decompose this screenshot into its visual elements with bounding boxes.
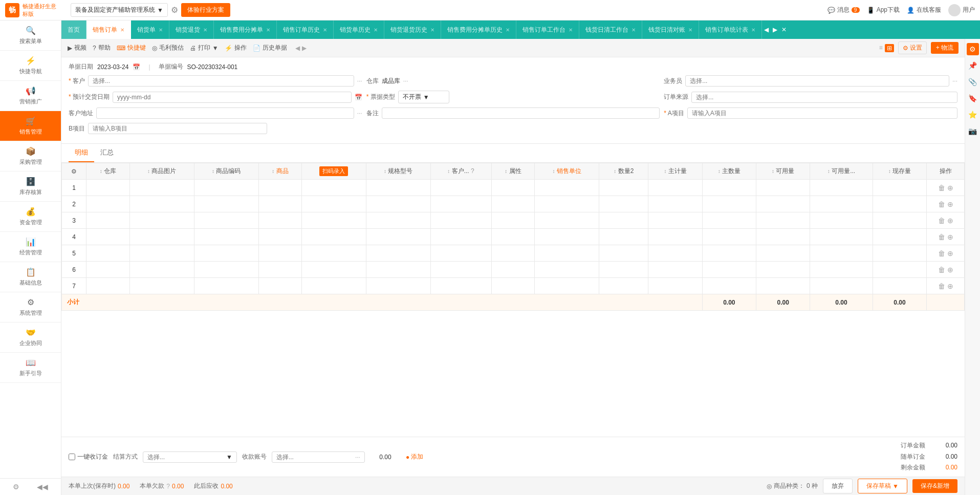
- row-available[interactable]: [756, 229, 810, 245]
- row-available[interactable]: [756, 196, 810, 212]
- row-main-qty[interactable]: [702, 229, 756, 245]
- row-warehouse[interactable]: [86, 278, 130, 294]
- list-view-icon[interactable]: ≡: [879, 44, 883, 52]
- row-unit[interactable]: [535, 278, 599, 294]
- customer-more-icon[interactable]: ···: [357, 77, 362, 84]
- row-main-unit[interactable]: [648, 245, 702, 262]
- row-warehouse[interactable]: [86, 180, 130, 196]
- row-current[interactable]: [873, 180, 926, 196]
- right-panel-star-icon[interactable]: ⭐: [967, 109, 979, 121]
- row-unit[interactable]: [535, 196, 599, 212]
- discard-button[interactable]: 放弃: [823, 479, 853, 493]
- nav-right-icon[interactable]: ▶: [302, 45, 307, 52]
- tab-stats[interactable]: 销售订单统计表 ✕: [699, 20, 762, 39]
- nav-left-icon[interactable]: ◀: [295, 45, 300, 52]
- row-spec[interactable]: [366, 180, 430, 196]
- col-info-icon[interactable]: ?: [471, 167, 474, 175]
- row-main-qty[interactable]: [702, 196, 756, 212]
- row-copy-icon[interactable]: ⊕: [947, 217, 953, 225]
- invoice-select[interactable]: 不开票 ▼: [398, 91, 449, 103]
- col-scan[interactable]: 扫码录入: [302, 163, 366, 180]
- online-service-button[interactable]: 👤 在线客服: [907, 6, 941, 14]
- row-attr[interactable]: [491, 278, 535, 294]
- row-delete-icon[interactable]: 🗑: [938, 266, 945, 274]
- row-customer-code[interactable]: [430, 278, 491, 294]
- row-delete-icon[interactable]: 🗑: [938, 233, 945, 241]
- row-main-qty[interactable]: [702, 278, 756, 294]
- row-customer-code[interactable]: [430, 196, 491, 212]
- right-panel-camera-icon[interactable]: 📷: [967, 125, 979, 137]
- account-select[interactable]: ···: [272, 451, 365, 463]
- row-qty2[interactable]: [599, 180, 648, 196]
- row-code[interactable]: [194, 245, 258, 262]
- row-main-unit[interactable]: [648, 262, 702, 278]
- tab-prev-button[interactable]: ◀: [762, 26, 771, 33]
- row-delete-icon[interactable]: 🗑: [938, 282, 945, 290]
- tab-order-workbench[interactable]: 销售订单工作台 ✕: [516, 20, 579, 39]
- tab-expense-history[interactable]: 销售费用分摊单历史 ✕: [441, 20, 516, 39]
- row-copy-icon[interactable]: ⊕: [947, 184, 953, 192]
- right-panel-attach-icon[interactable]: 📎: [967, 76, 979, 88]
- row-available[interactable]: [756, 278, 810, 294]
- gear-icon[interactable]: ⚙: [171, 5, 178, 15]
- tab-close-icon-7[interactable]: ✕: [430, 27, 434, 33]
- sidebar-item-purchase[interactable]: 📦 采购管理: [0, 141, 61, 171]
- scan-button[interactable]: 扫码录入: [319, 166, 348, 176]
- row-customer-code[interactable]: [430, 212, 491, 229]
- row-unit[interactable]: [535, 245, 599, 262]
- row-current[interactable]: [873, 229, 926, 245]
- row-current[interactable]: [873, 245, 926, 262]
- toolbar-print[interactable]: 🖨 打印 ▼: [190, 44, 219, 52]
- tab-home[interactable]: 首页: [61, 20, 86, 39]
- b-project-input[interactable]: [88, 123, 267, 134]
- sidebar-item-marketing[interactable]: 📢 营销推广: [0, 81, 61, 111]
- row-product[interactable]: [258, 262, 302, 278]
- row-current[interactable]: [873, 262, 926, 278]
- tab-close-icon-12[interactable]: ✕: [751, 27, 755, 33]
- toolbar-history[interactable]: 📄 历史单据: [253, 44, 287, 52]
- col-settings[interactable]: ⚙: [62, 163, 86, 180]
- a-project-input[interactable]: [687, 107, 957, 119]
- right-panel-pin-icon[interactable]: 📌: [967, 59, 979, 72]
- payment-checkbox[interactable]: [69, 454, 75, 460]
- sidebar-item-inventory[interactable]: 🗄️ 库存核算: [0, 171, 61, 202]
- addr-input[interactable]: [96, 107, 354, 119]
- calendar-icon[interactable]: 📅: [133, 63, 140, 71]
- row-attr[interactable]: [491, 229, 535, 245]
- row-attr[interactable]: [491, 245, 535, 262]
- right-panel-settings-icon[interactable]: ⚙: [967, 43, 979, 55]
- row-copy-icon[interactable]: ⊕: [947, 266, 953, 274]
- grid-view-icon[interactable]: ⊞: [885, 44, 894, 52]
- row-spec[interactable]: [366, 278, 430, 294]
- row-product[interactable]: [258, 278, 302, 294]
- row-available2[interactable]: [810, 229, 873, 245]
- save-new-button[interactable]: 保存&新增: [912, 479, 957, 493]
- row-available[interactable]: [756, 212, 810, 229]
- sidebar-item-management[interactable]: 📊 经营管理: [0, 232, 61, 262]
- tab-invoice-history[interactable]: 销货单历史 ✕: [334, 20, 384, 39]
- row-main-qty[interactable]: [702, 262, 756, 278]
- row-delete-icon[interactable]: 🗑: [938, 184, 945, 192]
- tab-next-button[interactable]: ▶: [771, 26, 779, 33]
- delivery-calendar-icon[interactable]: 📅: [355, 94, 362, 101]
- row-warehouse[interactable]: [86, 262, 130, 278]
- row-qty2[interactable]: [599, 212, 648, 229]
- row-spec[interactable]: [366, 212, 430, 229]
- row-customer-code[interactable]: [430, 180, 491, 196]
- tab-close-icon-3[interactable]: ✕: [203, 27, 207, 33]
- row-product[interactable]: [258, 180, 302, 196]
- row-product[interactable]: [258, 245, 302, 262]
- sidebar-item-cooperation[interactable]: 🤝 企业协同: [0, 322, 61, 353]
- order-source-input[interactable]: [691, 92, 957, 103]
- row-code[interactable]: [194, 196, 258, 212]
- row-warehouse[interactable]: [86, 245, 130, 262]
- row-attr[interactable]: [491, 196, 535, 212]
- row-spec[interactable]: [366, 245, 430, 262]
- sidebar-settings-icon[interactable]: ⚙: [13, 483, 19, 491]
- row-customer-code[interactable]: [430, 262, 491, 278]
- remark-input[interactable]: [382, 107, 660, 119]
- sidebar-item-system[interactable]: ⚙ 系统管理: [0, 292, 61, 322]
- add-payment-button[interactable]: ● 添加: [406, 453, 423, 461]
- sidebar-item-base[interactable]: 📋 基础信息: [0, 262, 61, 292]
- row-product[interactable]: [258, 229, 302, 245]
